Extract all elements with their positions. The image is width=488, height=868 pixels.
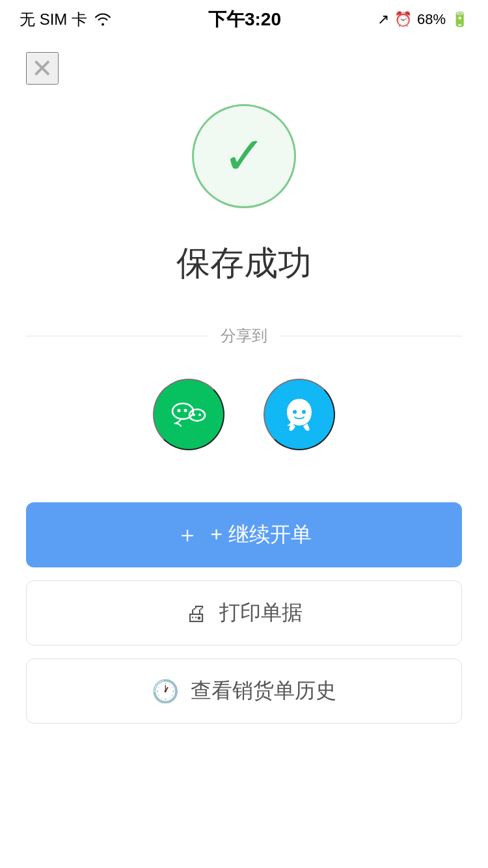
checkmark-icon: ✓ <box>223 130 266 182</box>
wifi-icon <box>94 13 112 26</box>
share-icons <box>153 379 335 450</box>
svg-point-4 <box>193 414 195 416</box>
divider-line-right <box>280 336 462 336</box>
close-button[interactable]: ✕ <box>26 52 59 85</box>
continue-order-label: + 继续开单 <box>210 521 312 549</box>
printer-icon: 🖨 <box>185 601 208 626</box>
share-label: 分享到 <box>221 325 267 346</box>
history-icon: 🕐 <box>152 678 179 704</box>
battery-text: 68% <box>417 11 446 28</box>
divider-line-left <box>26 336 208 336</box>
share-qq-button[interactable] <box>264 379 335 450</box>
status-left: 无 SIM 卡 <box>20 9 112 30</box>
alarm-icon: ⏰ <box>394 11 412 28</box>
qq-icon <box>278 394 320 435</box>
success-title: 保存成功 <box>176 241 312 286</box>
divider-container: 分享到 <box>26 325 462 346</box>
battery-icon: 🔋 <box>451 11 468 28</box>
svg-point-3 <box>184 409 187 413</box>
status-bar: 无 SIM 卡 下午3:20 ↗ ⏰ 68% 🔋 <box>0 0 488 39</box>
status-right: ↗ ⏰ 68% 🔋 <box>377 11 468 28</box>
location-icon: ↗ <box>377 11 389 28</box>
success-icon-container: ✓ <box>192 104 296 208</box>
main-content: ✕ ✓ 保存成功 分享到 <box>0 39 488 868</box>
wechat-icon <box>168 394 210 435</box>
svg-point-5 <box>198 414 201 416</box>
svg-point-6 <box>293 410 297 414</box>
status-time: 下午3:20 <box>208 7 281 32</box>
no-sim-text: 无 SIM 卡 <box>20 9 87 30</box>
history-button[interactable]: 🕐 查看销货单历史 <box>26 658 462 724</box>
close-icon: ✕ <box>31 55 53 81</box>
print-label: 打印单据 <box>219 599 303 627</box>
svg-point-7 <box>302 410 306 414</box>
continue-order-button[interactable]: ＋ + 继续开单 <box>26 502 462 567</box>
print-button[interactable]: 🖨 打印单据 <box>26 580 462 645</box>
share-wechat-button[interactable] <box>153 379 224 450</box>
plus-icon: ＋ <box>176 520 198 550</box>
svg-point-2 <box>178 409 181 413</box>
history-label: 查看销货单历史 <box>191 677 336 705</box>
action-buttons: ＋ + 继续开单 🖨 打印单据 🕐 查看销货单历史 <box>26 502 462 724</box>
